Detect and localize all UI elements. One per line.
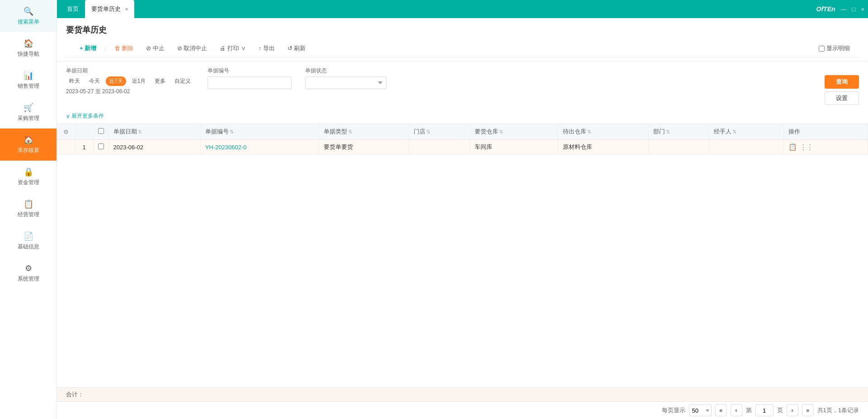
sort-store-icon[interactable]: ⇅	[426, 129, 430, 134]
sort-billtype-icon[interactable]: ⇅	[348, 129, 352, 134]
bill-no-label: 单据编号	[208, 67, 292, 75]
show-detail-control: 显示明细	[819, 44, 850, 52]
settings-button[interactable]: 设置	[825, 91, 859, 105]
settings-icon[interactable]: ⚙	[63, 129, 69, 135]
stop-button[interactable]: ⊘ 中止	[142, 43, 169, 54]
table-area: ⚙ 单据日期⇅ 单据编号⇅ 单据类型⇅ 门店⇅ 要货仓库⇅ 待出仓库⇅ 部门⇅ …	[57, 124, 868, 387]
more-icon[interactable]: ⋮⋮	[800, 143, 813, 151]
cell-date: 2023-06-02	[108, 140, 200, 155]
date-btn-7days[interactable]: 近7天	[106, 76, 126, 86]
sort-waitwarehouse-icon[interactable]: ⇅	[587, 129, 591, 134]
tab-home[interactable]: 首页	[61, 0, 85, 18]
table-row: 1 2023-06-02 YH-20230602-0 要货单要货 车间库 原材料…	[57, 140, 868, 155]
pagination-bar: 每页显示 20 50 100 200 « ‹ 第 页 › » 共1页，1条记录	[57, 401, 868, 419]
edit-icon[interactable]: 📋	[788, 143, 797, 151]
page-prefix: 第	[746, 406, 752, 414]
delete-button[interactable]: 🗑 删除	[110, 43, 138, 54]
date-btn-1month[interactable]: 近1月	[129, 76, 149, 86]
last-page-button[interactable]: »	[802, 405, 814, 416]
brand-label: OfTEn	[816, 5, 835, 13]
search-actions: 查询 设置	[825, 67, 859, 105]
expand-more-label: 展开更多条件	[71, 112, 104, 120]
print-button[interactable]: 🖨 打印 ∨	[215, 43, 250, 54]
sidebar-item-label: 资金管理	[18, 179, 39, 186]
sort-date-icon[interactable]: ⇅	[138, 129, 142, 134]
col-bill-no: 单据编号⇅	[200, 124, 319, 140]
action-icons: 📋 ⋮⋮	[788, 143, 863, 151]
cell-checkbox	[93, 140, 108, 155]
status-select[interactable]	[305, 76, 387, 89]
sidebar-item-ops[interactable]: 📋 经营管理	[0, 193, 57, 225]
page-input[interactable]	[755, 405, 774, 416]
bill-no-input[interactable]	[208, 76, 292, 89]
prev-page-button[interactable]: ‹	[731, 405, 742, 416]
maximize-button[interactable]: □	[852, 6, 856, 13]
system-icon: ⚙	[25, 263, 32, 273]
next-page-button[interactable]: ›	[787, 405, 798, 416]
refresh-button[interactable]: ↺ 刷新	[283, 43, 311, 54]
date-btn-more[interactable]: 更多	[151, 76, 169, 86]
search-menu-icon: 🔍	[24, 6, 33, 16]
sidebar-item-sales[interactable]: 📊 销售管理	[0, 64, 57, 96]
sidebar-item-label: 库存核算	[18, 147, 39, 154]
cell-bill-type: 要货单要货	[319, 140, 409, 155]
date-filters: 昨天 今天 近7天 近1月 更多 自定义	[66, 76, 194, 86]
cancel-stop-button[interactable]: ⊘ 取消中止	[173, 43, 212, 54]
select-all-checkbox[interactable]	[98, 128, 104, 134]
col-settings[interactable]: ⚙	[57, 124, 75, 140]
date-btn-yesterday[interactable]: 昨天	[66, 76, 83, 86]
sidebar-item-basic[interactable]: 📄 基础信息	[0, 225, 57, 257]
expand-more-row[interactable]: ∨ 展开更多条件	[66, 109, 859, 124]
cell-bill-no: YH-20230602-0	[200, 140, 319, 155]
sidebar-item-label: 基础信息	[18, 243, 39, 251]
search-row: 单据日期 昨天 今天 近7天 近1月 更多 自定义 2023-05-27 至 2…	[66, 67, 859, 105]
cell-req-warehouse: 车间库	[470, 140, 558, 155]
sort-dept-icon[interactable]: ⇅	[666, 129, 670, 134]
cell-handler	[709, 140, 784, 155]
date-btn-custom[interactable]: 自定义	[171, 76, 194, 86]
status-label: 单据状态	[305, 67, 387, 75]
sidebar-item-label: 经营管理	[18, 211, 39, 219]
tab-home-label: 首页	[67, 5, 79, 13]
sidebar-item-label: 搜索菜单	[18, 18, 39, 26]
bill-no-link[interactable]: YH-20230602-0	[205, 144, 247, 151]
sort-handler-icon[interactable]: ⇅	[732, 129, 736, 134]
table-footer: 合计：	[57, 387, 868, 401]
sidebar-item-system[interactable]: ⚙ 系统管理	[0, 257, 57, 289]
first-page-button[interactable]: «	[715, 405, 727, 416]
row-checkbox[interactable]	[98, 143, 104, 149]
sidebar-item-purchase[interactable]: 🛒 采购管理	[0, 96, 57, 129]
sidebar-item-inventory[interactable]: 🏠 库存核算	[0, 129, 57, 161]
page-suffix: 页	[777, 406, 783, 414]
tab-active[interactable]: 要货单历史 ×	[85, 0, 134, 18]
date-label: 单据日期	[66, 67, 194, 75]
sidebar-item-finance[interactable]: 🔒 资金管理	[0, 161, 57, 193]
date-range-display: 2023-05-27 至 2023-06-02	[66, 88, 194, 95]
close-button[interactable]: ×	[861, 6, 864, 13]
sidebar-item-search[interactable]: 🔍 搜索菜单	[0, 0, 57, 32]
toolbar: + 新增 | 🗑 删除 ⊘ 中止 ⊘ 取消中止 🖨 打印 ∨ ↑ 导出	[66, 40, 859, 57]
query-button[interactable]: 查询	[825, 75, 859, 89]
sidebar-item-quicknav[interactable]: 🏠 快捷导航	[0, 32, 57, 64]
page-header: 要货单历史 + 新增 | 🗑 删除 ⊘ 中止 ⊘ 取消中止 🖨 打印 ∨	[57, 18, 868, 62]
tab-close-icon[interactable]: ×	[125, 6, 128, 12]
date-btn-today[interactable]: 今天	[86, 76, 103, 86]
sort-reqwarehouse-icon[interactable]: ⇅	[499, 129, 503, 134]
export-button[interactable]: ↑ 导出	[254, 43, 279, 54]
show-detail-checkbox[interactable]	[819, 46, 825, 52]
sort-billno-icon[interactable]: ⇅	[230, 129, 234, 134]
sidebar-item-label: 系统管理	[18, 275, 39, 283]
date-field: 单据日期 昨天 今天 近7天 近1月 更多 自定义 2023-05-27 至 2…	[66, 67, 194, 95]
col-dept: 部门⇅	[648, 124, 709, 140]
minimize-button[interactable]: —	[841, 6, 847, 13]
main-area: 首页 要货单历史 × OfTEn — □ × 要货单历史 + 新增 | 🗑 删除	[57, 0, 868, 419]
new-button[interactable]: + 新增	[75, 43, 101, 54]
col-store: 门店⇅	[409, 124, 470, 140]
per-page-select[interactable]: 20 50 100 200	[689, 405, 712, 416]
export-label: ↑ 导出	[259, 44, 275, 52]
content-area: 要货单历史 + 新增 | 🗑 删除 ⊘ 中止 ⊘ 取消中止 🖨 打印 ∨	[57, 18, 868, 419]
search-container: 单据日期 昨天 今天 近7天 近1月 更多 自定义 2023-05-27 至 2…	[57, 62, 868, 124]
cell-dept	[648, 140, 709, 155]
print-label: 🖨 打印 ∨	[220, 44, 245, 52]
total-info: 共1页，1条记录	[817, 406, 859, 414]
